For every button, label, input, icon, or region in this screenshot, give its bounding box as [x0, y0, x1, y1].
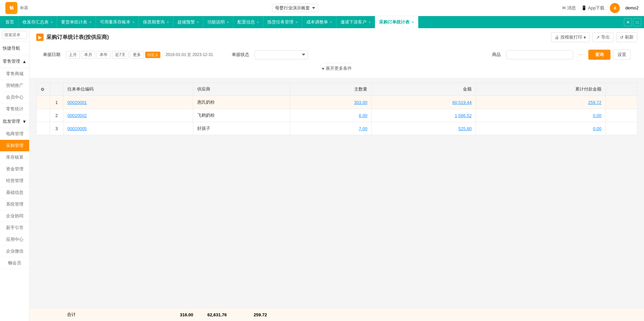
row1-amount-link[interactable]: 60,519.44	[452, 100, 472, 105]
sidebar-item-member[interactable]: 会员中心	[0, 92, 29, 103]
date-range-text: 2016-01-01 至 2023-12-31	[166, 52, 213, 58]
th-quantity-label: 主数量	[354, 87, 367, 92]
row2-code-link[interactable]: 00020002	[67, 113, 87, 118]
shortcut-this-month[interactable]: 本月	[81, 51, 95, 59]
tab-baoshi-close[interactable]: ×	[167, 20, 169, 24]
tab-shoufа[interactable]: 收发存汇总表 ×	[18, 16, 57, 28]
sidebar-item-system[interactable]: 系统管理	[0, 199, 29, 210]
tab-caigou[interactable]: 采购订单统计表 ×	[375, 16, 418, 28]
top-bar-right: ✉ 消息 📱 App下载 d demo2	[562, 3, 639, 13]
ecommerce-label: 电商管理	[6, 131, 23, 137]
basic-label: 基础信息	[6, 190, 23, 196]
row1-quantity-link[interactable]: 303.00	[354, 100, 367, 105]
tab-yaoqing-close[interactable]: ×	[369, 20, 371, 24]
workspace-select[interactable]: 母婴行业演示账套	[272, 4, 318, 12]
row3-code-link[interactable]: 00020005	[67, 126, 87, 131]
workspace-area: 母婴行业演示账套	[28, 4, 562, 12]
row1-extra	[606, 96, 637, 109]
sidebar-item-member2[interactable]: 畅会员	[0, 257, 29, 269]
maximize-button[interactable]: □	[633, 18, 641, 26]
main-layout: 快捷导航 零售管理 ▲ 零售商城 营销推广 会员中心 零售统计 批发管理 ▼ 电…	[0, 28, 644, 321]
tab-caigou-close[interactable]: ×	[412, 20, 414, 24]
tab-shoufа-close[interactable]: ×	[51, 20, 53, 24]
row3-quantity-link[interactable]: 7.00	[359, 126, 367, 131]
search-input[interactable]	[2, 31, 27, 39]
sidebar-item-purchase[interactable]: 采购管理	[0, 140, 29, 152]
tab-peizhi-close[interactable]: ×	[257, 20, 259, 24]
sidebar-item-appcenter[interactable]: 应用中心	[0, 234, 29, 246]
query-button[interactable]: 查询	[588, 50, 610, 60]
row3-paid-link[interactable]: 0.00	[593, 126, 601, 131]
row1-paid-link[interactable]: 259.72	[588, 100, 601, 105]
shortcut-more[interactable]: 更多	[130, 51, 144, 59]
template-print-label: 按模板打印	[560, 34, 582, 40]
sidebar-item-inventory[interactable]: 库存核算	[0, 152, 29, 163]
th-gear: ⚙	[37, 83, 50, 96]
shortcut-this-year[interactable]: 本年	[97, 51, 111, 59]
sidebar-item-enterprise[interactable]: 企业协同	[0, 210, 29, 222]
tab-gongneng[interactable]: 功能说明 ×	[203, 16, 233, 28]
tab-chaochU-close[interactable]: ×	[197, 20, 199, 24]
message-label: 消息	[567, 5, 576, 11]
tab-baoshi[interactable]: 保质期查询 ×	[139, 16, 173, 28]
sidebar-item-newbie[interactable]: 新手引导	[0, 222, 29, 234]
message-button[interactable]: ✉ 消息	[562, 5, 576, 11]
refresh-button[interactable]: ↺ 刷新	[616, 32, 637, 42]
sidebar-item-marketing[interactable]: 营销推广	[0, 80, 29, 92]
inventory-label: 库存核算	[6, 154, 23, 160]
template-print-button[interactable]: 🖨 按模板打印 ▾	[551, 32, 590, 42]
tab-chengben[interactable]: 成本调整单 ×	[302, 16, 336, 28]
sidebar-item-finance[interactable]: 资金管理	[0, 163, 29, 175]
tab-home[interactable]: 首页	[1, 16, 18, 28]
tab-chaochU[interactable]: 超储预警 ×	[173, 16, 203, 28]
retail-arrow-icon: ▲	[22, 59, 26, 64]
table-gear-icon[interactable]: ⚙	[41, 87, 45, 92]
row2-amount-link[interactable]: 1,586.52	[455, 113, 472, 118]
tab-yaohuo[interactable]: 要货单统计表 ×	[57, 16, 96, 28]
refresh-label: 刷新	[625, 34, 634, 40]
sidebar-item-basic[interactable]: 基础信息	[0, 187, 29, 199]
collapse-sidebar-button[interactable]: ▶	[36, 34, 44, 41]
nav-tabs: 首页 收发存汇总表 × 要货单统计表 × 可用量库存账本 × 保质期查询 × 超…	[0, 16, 644, 28]
tab-yaohuo-close[interactable]: ×	[89, 20, 91, 24]
settings-button[interactable]: 设置	[613, 50, 631, 60]
sidebar-item-shortcuts[interactable]: 快捷导航	[0, 42, 29, 55]
tab-peizhi[interactable]: 配置信息 ×	[233, 16, 263, 28]
page-title-row: ▶ 采购订单统计表(按供应商) 🖨 按模板打印 ▾ ↗ 导出 ↺	[36, 32, 637, 42]
tab-kucun-close[interactable]: ×	[132, 20, 135, 24]
row1-code-link[interactable]: 00020001	[67, 100, 87, 105]
tab-gongneng-label: 功能说明	[207, 19, 225, 25]
status-filter-select[interactable]	[255, 50, 308, 59]
row1-supplier: 惠氏奶粉	[193, 96, 290, 109]
product-filter-input[interactable]	[506, 50, 573, 59]
close-all-button[interactable]: ✕	[624, 18, 632, 26]
sidebar-item-ecommerce[interactable]: 电商管理	[0, 128, 29, 140]
filter-area: 单据日期 上月 本月 本年 近7天 更多 自定义 2016-01-01 至 20…	[36, 46, 637, 78]
tab-kucun[interactable]: 可用量库存账本 ×	[96, 16, 139, 28]
tab-pihuo-close[interactable]: ×	[296, 20, 298, 24]
tab-gongneng-close[interactable]: ×	[227, 20, 229, 24]
table-header-row: ⚙ 往来单位编码 供应商 主数量 金额	[37, 83, 637, 96]
row3-amount-link[interactable]: 525.80	[459, 126, 472, 131]
row2-paid-link[interactable]: 0.00	[593, 113, 601, 118]
sidebar-item-wholesale[interactable]: 批发管理 ▼	[0, 115, 29, 128]
user-avatar[interactable]: d	[610, 3, 620, 13]
sidebar-item-retail[interactable]: 零售管理 ▲	[0, 55, 29, 68]
row3-paid: 0.00	[476, 122, 606, 135]
nav-tabs-end: ✕ □	[624, 18, 643, 26]
tab-chengben-close[interactable]: ×	[330, 20, 332, 24]
sidebar-item-operations[interactable]: 经营管理	[0, 175, 29, 187]
expand-more-button[interactable]: ▾ 展开更多条件	[322, 63, 352, 73]
shortcut-last-month[interactable]: 上月	[66, 51, 80, 59]
sidebar-item-retail-shop[interactable]: 零售商城	[0, 68, 29, 80]
row2-quantity-link[interactable]: 6.00	[359, 113, 367, 118]
app-download-button[interactable]: 📱 App下载	[581, 5, 604, 11]
tab-yaoqing[interactable]: 邀请下游客户 ×	[336, 16, 375, 28]
shortcut-7days[interactable]: 近7天	[112, 51, 128, 59]
export-button[interactable]: ↗ 导出	[592, 32, 613, 42]
sidebar-item-retail-stat[interactable]: 零售统计	[0, 103, 29, 115]
product-filter-more-icon[interactable]: ···	[579, 52, 583, 58]
username-label: demo2	[625, 5, 639, 10]
tab-pihuo[interactable]: 拣货任务管理 ×	[263, 16, 302, 28]
sidebar-item-wechat[interactable]: 企业微信	[0, 246, 29, 257]
